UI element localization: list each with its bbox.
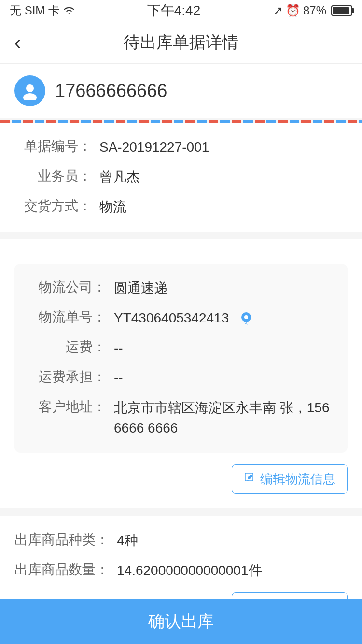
stock-quantity-value: 14.620000000000001件 (117, 560, 348, 581)
edit-logistics-button[interactable]: 编辑物流信息 (232, 464, 348, 494)
document-number-value: SA-20191227-001 (99, 137, 348, 157)
status-right: ↗ ⏰ 87% (273, 4, 352, 17)
edit-logistics-label: 编辑物流信息 (260, 471, 335, 488)
freight-value: -- (114, 338, 333, 358)
freight-bear-value: -- (114, 368, 333, 388)
document-number-row: 单据编号： SA-20191227-001 (14, 137, 348, 157)
svg-point-0 (26, 84, 34, 92)
document-number-label: 单据编号： (14, 137, 92, 155)
tracking-number-label: 物流单号： (29, 308, 106, 326)
freight-label: 运费： (29, 338, 106, 356)
avatar (14, 75, 45, 106)
wifi-icon (64, 4, 74, 17)
stock-quantity-row: 出库商品数量： 14.620000000000001件 (14, 560, 348, 581)
tracking-number-value: YT4306405342413 (114, 308, 229, 328)
back-button[interactable]: ‹ (14, 33, 21, 52)
freight-bear-label: 运费承担： (29, 368, 106, 386)
status-bar: 无 SIM 卡 下午4:42 ↗ ⏰ 87% (0, 0, 362, 21)
nav-bar: ‹ 待出库单据详情 (0, 21, 362, 64)
sales-person-label: 业务员： (14, 167, 92, 185)
edit-icon (244, 472, 255, 487)
logistics-card: 物流公司： 圆通速递 物流单号： YT4306405342413 运费： -- (14, 264, 348, 453)
sales-person-row: 业务员： 曾凡杰 (14, 167, 348, 187)
svg-point-1 (23, 93, 37, 100)
delivery-method-label: 交货方式： (14, 197, 92, 215)
address-value: 北京市市辖区海淀区永丰南 张，156 6666 6666 (114, 398, 333, 438)
location-status-icon: ↗ (273, 4, 283, 17)
stock-quantity-label: 出库商品数量： (14, 560, 109, 579)
stock-category-row: 出库商品种类： 4种 (14, 531, 348, 551)
logistics-section: 物流公司： 圆通速递 物流单号： YT4306405342413 运费： -- (0, 239, 362, 508)
tracking-number-row: 物流单号： YT4306405342413 (29, 308, 333, 328)
stock-category-label: 出库商品种类： (14, 531, 109, 549)
confirm-btn-container: 确认出库 (0, 599, 362, 644)
logistics-company-label: 物流公司： (29, 278, 106, 296)
freight-row: 运费： -- (29, 338, 333, 358)
page-title: 待出库单据详情 (124, 31, 238, 54)
delivery-method-row: 交货方式： 物流 (14, 197, 348, 217)
sales-person-value: 曾凡杰 (99, 167, 348, 187)
battery-icon (331, 5, 352, 16)
svg-point-3 (244, 315, 248, 319)
stock-category-value: 4种 (117, 531, 348, 551)
status-time: 下午4:42 (147, 1, 201, 20)
address-label: 客户地址： (29, 398, 106, 416)
map-location-icon[interactable] (237, 308, 256, 328)
logistics-company-value: 圆通速递 (114, 278, 333, 298)
carrier-label: 无 SIM 卡 (10, 3, 60, 18)
status-left: 无 SIM 卡 (10, 3, 74, 18)
tracking-number-value-row: YT4306405342413 (114, 308, 333, 328)
logistics-company-row: 物流公司： 圆通速递 (29, 278, 333, 298)
order-info-section: 单据编号： SA-20191227-001 业务员： 曾凡杰 交货方式： 物流 (0, 123, 362, 232)
edit-btn-row: 编辑物流信息 (14, 464, 348, 494)
address-row: 客户地址： 北京市市辖区海淀区永丰南 张，156 6666 6666 (29, 398, 333, 438)
user-header: 17666666666 (0, 64, 362, 118)
user-phone: 17666666666 (55, 81, 167, 101)
battery-label: 87% (303, 4, 326, 17)
confirm-button[interactable]: 确认出库 (148, 610, 214, 632)
delivery-method-value: 物流 (99, 197, 348, 217)
freight-bear-row: 运费承担： -- (29, 368, 333, 388)
alarm-icon: ⏰ (286, 4, 300, 17)
